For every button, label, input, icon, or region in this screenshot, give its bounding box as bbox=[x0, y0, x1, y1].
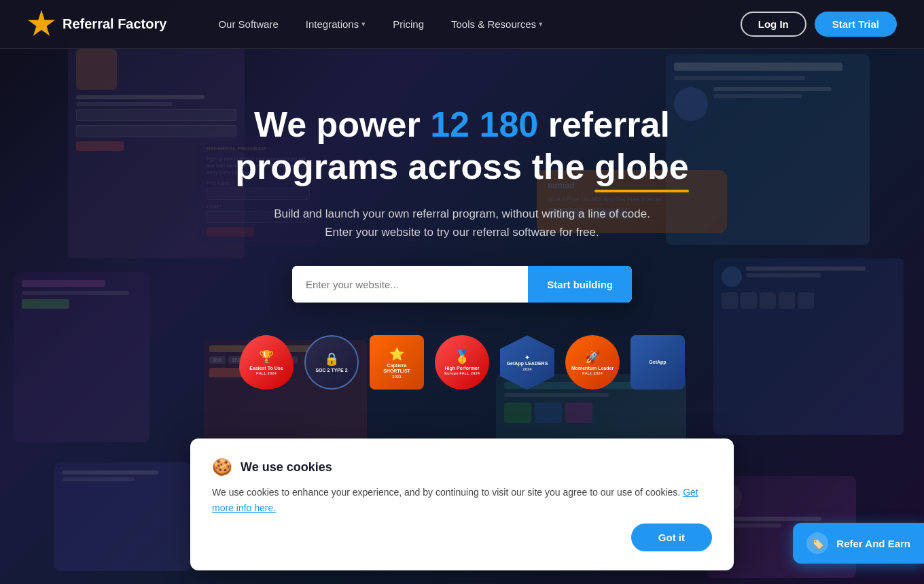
nav-links: Our Software Integrations ▾ Pricing Tool… bbox=[207, 13, 740, 35]
logo-text: Referral Factory bbox=[63, 16, 166, 32]
cookie-title-row: 🍪 We use cookies bbox=[212, 458, 712, 477]
got-it-button[interactable]: Got it bbox=[631, 523, 712, 551]
badge-easiest-to-use: 🏆 Easiest To Use FALL 2024 bbox=[239, 335, 294, 390]
hero-globe-word: globe bbox=[594, 145, 689, 188]
cookie-title: We use cookies bbox=[241, 460, 332, 475]
hero-section: We power 12 180 referral programs across… bbox=[0, 49, 924, 390]
chevron-down-icon-2: ▾ bbox=[539, 20, 543, 29]
website-input[interactable] bbox=[292, 266, 528, 303]
cookie-text: We use cookies to enhance your experienc… bbox=[212, 485, 712, 515]
website-input-row: Start building bbox=[292, 266, 632, 303]
nav-actions: Log In Start Trial bbox=[741, 12, 897, 37]
nav-item-tools[interactable]: Tools & Resources ▾ bbox=[440, 13, 554, 35]
refer-icon: 🏷️ bbox=[806, 532, 828, 554]
badge-high-performer: 🥇 High Performer Europe FALL 2024 bbox=[435, 335, 489, 390]
badge-momentum-leader: 🚀 Momentum Leader FALL 2024 bbox=[565, 335, 620, 390]
cookie-icon: 🍪 bbox=[212, 458, 232, 477]
logo[interactable]: Referral Factory bbox=[27, 10, 166, 39]
nav-item-integrations[interactable]: Integrations ▾ bbox=[295, 13, 376, 35]
login-button[interactable]: Log In bbox=[741, 12, 806, 37]
badges-row: 🏆 Easiest To Use FALL 2024 🔒 SOC 2 TYPE … bbox=[239, 335, 685, 390]
nav-item-software[interactable]: Our Software bbox=[207, 13, 289, 35]
chevron-down-icon: ▾ bbox=[361, 20, 366, 29]
badge-soc2: 🔒 SOC 2 TYPE 2 bbox=[304, 335, 359, 390]
cookie-banner: 🍪 We use cookies We use cookies to enhan… bbox=[190, 439, 734, 570]
refer-earn-label: Refer And Earn bbox=[836, 538, 910, 549]
nav-item-pricing[interactable]: Pricing bbox=[382, 13, 435, 35]
badge-getapp-leaders: ✦ GetApp LEADERS 2024 bbox=[500, 335, 554, 390]
cookie-actions: Got it bbox=[212, 523, 712, 551]
refer-earn-button[interactable]: 🏷️ Refer And Earn bbox=[793, 523, 924, 564]
logo-icon bbox=[27, 10, 56, 39]
start-building-button[interactable]: Start building bbox=[528, 266, 632, 303]
start-trial-button[interactable]: Start Trial bbox=[815, 12, 897, 37]
hero-subtitle: Build and launch your own referral progr… bbox=[272, 205, 652, 241]
hero-title: We power 12 180 referral programs across… bbox=[224, 103, 700, 188]
navbar: Referral Factory Our Software Integratio… bbox=[0, 0, 924, 49]
badge-capterra: ⭐ Capterra SHORTLIST 2023 bbox=[370, 335, 424, 390]
badge-getapp2: GetApp bbox=[630, 335, 685, 390]
hero-number: 12 180 bbox=[430, 105, 538, 144]
